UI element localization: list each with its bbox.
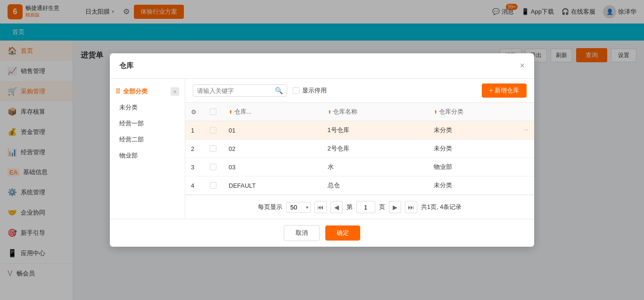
all-categories-label: 全部分类	[123, 87, 148, 96]
table-body: 1 01 1号仓库 未分类 ···	[185, 121, 534, 195]
category-item-property[interactable]: 物业部	[110, 148, 185, 164]
row-category-1: 未分类 ···	[428, 121, 534, 140]
table-row[interactable]: 2 02 2号仓库 未分类	[185, 140, 534, 158]
th-category-label: 仓库分类	[439, 108, 463, 115]
row-checkbox-2[interactable]	[210, 145, 216, 152]
row-cb-2	[204, 140, 223, 158]
modal-header: 仓库 ×	[110, 53, 534, 79]
last-page-button[interactable]: ⏭	[405, 201, 417, 213]
th-code-label: 仓库...	[234, 108, 252, 115]
category-item-unclassified[interactable]: 未分类	[110, 100, 185, 116]
row-cb-1	[204, 121, 223, 140]
category-item-dept1[interactable]: 经营一部	[110, 116, 185, 132]
row-no-2: 2	[185, 140, 204, 158]
all-categories[interactable]: ⠿ 全部分类	[116, 87, 148, 96]
sort-icon-name: ⬆	[328, 109, 331, 115]
warehouse-table: ⚙ ⬆ 仓库... ⬆	[185, 103, 534, 195]
th-name: ⬆ 仓库名称	[322, 103, 428, 121]
row-code-3: 03	[223, 158, 322, 176]
settings-col-icon: ⚙	[191, 108, 197, 116]
category-sidebar: ⠿ 全部分类 « 未分类 经营一部 经营二部 物业部	[110, 79, 185, 219]
select-all-checkbox[interactable]	[210, 108, 216, 115]
th-checkbox	[204, 103, 223, 121]
th-settings: ⚙	[185, 103, 204, 121]
close-icon[interactable]: ×	[520, 61, 525, 71]
category-header: ⠿ 全部分类 «	[110, 83, 185, 100]
search-icon: 🔍	[275, 87, 283, 94]
next-page-button[interactable]: ▶	[389, 201, 401, 213]
row-category-2: 未分类	[428, 140, 534, 158]
modal-title: 仓库	[119, 61, 133, 70]
table-row[interactable]: 1 01 1号仓库 未分类 ···	[185, 121, 534, 140]
show-disabled-text: 显示停用	[302, 86, 327, 95]
row-name-4: 总仓	[322, 176, 428, 195]
per-page-dropdown[interactable]: 50 100 200	[286, 202, 311, 213]
row-cb-3	[204, 158, 223, 176]
grid-icon: ⠿	[116, 88, 120, 95]
modal-actions: 取消 确定	[110, 219, 534, 247]
row-code-4: DEFAULT	[223, 176, 322, 195]
table-row[interactable]: 3 03 水 物业部	[185, 158, 534, 176]
table-container: ⚙ ⬆ 仓库... ⬆	[185, 103, 534, 195]
row-no-1: 1	[185, 121, 204, 140]
modal-toolbar: 🔍 显示停用 + 新增仓库	[185, 79, 534, 103]
add-warehouse-button[interactable]: + 新增仓库	[482, 83, 527, 98]
row-checkbox-1[interactable]	[210, 127, 216, 133]
total-info: 共1页, 4条记录	[421, 203, 462, 211]
th-category: ⬆ 仓库分类	[428, 103, 534, 121]
row-no-4: 4	[185, 176, 204, 195]
modal-main: 🔍 显示停用 + 新增仓库	[185, 79, 534, 219]
page-input[interactable]	[356, 201, 375, 213]
modal-body: ⠿ 全部分类 « 未分类 经营一部 经营二部 物业部 🔍	[110, 79, 534, 219]
confirm-button[interactable]: 确定	[325, 225, 360, 241]
page-unit: 页	[379, 203, 385, 211]
row-name-3: 水	[322, 158, 428, 176]
show-disabled-label[interactable]: 显示停用	[293, 86, 327, 95]
per-page-select[interactable]: 50 100 200	[286, 202, 311, 213]
search-input[interactable]	[197, 87, 272, 94]
th-code: ⬆ 仓库...	[223, 103, 322, 121]
sort-icon-code: ⬆	[229, 109, 232, 115]
row-name-2: 2号仓库	[322, 140, 428, 158]
row-actions-icon-1[interactable]: ···	[523, 126, 528, 133]
prev-page-button[interactable]: ◀	[330, 201, 343, 213]
row-name-1: 1号仓库	[322, 121, 428, 140]
collapse-button[interactable]: «	[171, 87, 179, 96]
th-name-label: 仓库名称	[333, 108, 357, 115]
table-header: ⚙ ⬆ 仓库... ⬆	[185, 103, 534, 121]
row-checkbox-3[interactable]	[210, 164, 216, 170]
row-checkbox-4[interactable]	[210, 182, 216, 189]
row-cb-4	[204, 176, 223, 195]
first-page-button[interactable]: ⏮	[314, 201, 327, 213]
sort-icon-category: ⬆	[434, 109, 438, 115]
row-no-3: 3	[185, 158, 204, 176]
row-code-1: 01	[223, 121, 322, 140]
cancel-button[interactable]: 取消	[284, 225, 320, 241]
search-box: 🔍	[193, 84, 287, 97]
row-category-3: 物业部	[428, 158, 534, 176]
modal-overlay: 仓库 × ⠿ 全部分类 « 未分类 经营一部 经营二部 物业部	[0, 0, 644, 300]
page-label: 第	[347, 203, 353, 211]
per-page-label: 每页显示	[258, 203, 282, 211]
show-disabled-checkbox[interactable]	[293, 87, 299, 94]
table-row[interactable]: 4 DEFAULT 总仓 未分类	[185, 176, 534, 195]
pager: 每页显示 50 100 200 ⏮ ◀ 第 页 ▶ ⏭ 共	[185, 195, 534, 219]
warehouse-modal: 仓库 × ⠿ 全部分类 « 未分类 经营一部 经营二部 物业部	[110, 53, 534, 247]
category-item-dept2[interactable]: 经营二部	[110, 132, 185, 148]
row-category-4: 未分类	[428, 176, 534, 195]
row-code-2: 02	[223, 140, 322, 158]
